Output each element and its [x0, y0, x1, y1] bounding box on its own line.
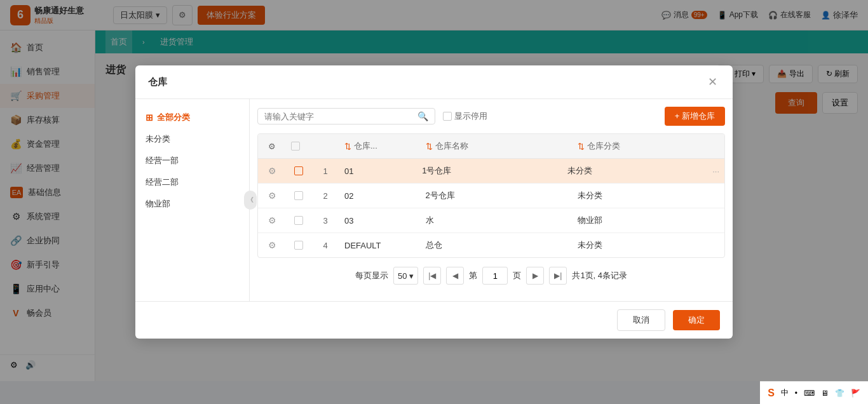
keyboard-icon[interactable]: ⌨ — [804, 389, 815, 398]
row-gear-icon[interactable]: ⚙ — [268, 166, 276, 176]
page-label: 第 — [469, 270, 477, 281]
per-page-select[interactable]: 50 ▾ — [393, 267, 418, 285]
row-checkbox-1[interactable] — [294, 166, 303, 175]
s-logo: S — [768, 387, 775, 399]
gear-header-icon: ⚙ — [268, 142, 276, 151]
bottom-toolbar: S 中 • ⌨ 🖥 👕 🚩 — [760, 381, 868, 404]
modal-footer: 取消 确定 — [135, 301, 733, 339]
confirm-button[interactable]: 确定 — [673, 310, 720, 330]
row-gear-icon-2[interactable]: ⚙ — [268, 191, 276, 201]
modal-overlay: 仓库 ✕ ⊞ 全部分类 未分类 经营一部 经营二部 物业部 《 — [0, 0, 868, 404]
th-number — [311, 140, 339, 152]
zh-label: 中 — [781, 387, 789, 398]
td-name-4: 总仓 — [421, 233, 573, 257]
td-check-3 — [286, 210, 311, 231]
sort-icon3: ⇅ — [578, 142, 585, 151]
table-row[interactable]: ⚙ 1 01 1号仓库 未分类 ··· — [258, 159, 724, 184]
add-warehouse-button[interactable]: + 新增仓库 — [665, 107, 725, 126]
warehouse-modal: 仓库 ✕ ⊞ 全部分类 未分类 经营一部 经营二部 物业部 《 — [135, 65, 733, 339]
category-item-ops2[interactable]: 经营二部 — [135, 172, 249, 193]
per-page-dropdown-icon: ▾ — [409, 271, 414, 281]
modal-header: 仓库 ✕ — [135, 65, 733, 99]
td-check-1 — [286, 160, 311, 182]
show-disabled-text: 显示停用 — [454, 111, 487, 122]
th-gear: ⚙ — [258, 135, 286, 158]
th-warehouse-category[interactable]: ⇅ 仓库分类 — [573, 134, 724, 158]
table-row[interactable]: ⚙ 4 DEFAULT 总仓 未分类 — [258, 233, 724, 257]
category-item-ops1[interactable]: 经营一部 — [135, 150, 249, 172]
row-checkbox-3[interactable] — [294, 216, 303, 225]
td-gear-4: ⚙ — [258, 234, 286, 257]
td-num-1: 1 — [311, 160, 339, 182]
td-num-3: 3 — [311, 210, 339, 232]
td-num-4: 4 — [311, 234, 339, 257]
page-unit: 页 — [513, 270, 521, 281]
modal-body: ⊞ 全部分类 未分类 经营一部 经营二部 物业部 《 🔍 — [135, 99, 733, 301]
per-page-value: 50 — [398, 271, 407, 281]
table-row[interactable]: ⚙ 3 03 水 物业部 — [258, 208, 724, 233]
cancel-button[interactable]: 取消 — [617, 309, 665, 331]
first-page-button[interactable]: |◀ — [423, 267, 441, 285]
modal-title: 仓库 — [148, 76, 167, 88]
sort-icon2: ⇅ — [426, 142, 433, 151]
pagination: 每页显示 50 ▾ |◀ ◀ 第 页 ▶ ▶| 共1页, 4条记录 — [257, 258, 725, 293]
category-item-uncategorized[interactable]: 未分类 — [135, 128, 249, 150]
header-checkbox[interactable] — [291, 142, 300, 151]
page-summary: 共1页, 4条记录 — [572, 270, 627, 281]
td-num-2: 2 — [311, 185, 339, 207]
td-name-2: 2号仓库 — [421, 184, 573, 208]
td-more-1: ··· — [707, 160, 724, 182]
monitor-icon[interactable]: 🖥 — [821, 389, 829, 398]
show-disabled-label[interactable]: 显示停用 — [443, 111, 487, 122]
table-header: ⚙ ⇅ 仓库... ⇅ 仓库名称 — [258, 134, 724, 159]
td-gear-2: ⚙ — [258, 184, 286, 207]
td-check-2 — [286, 185, 311, 206]
search-input[interactable] — [264, 112, 414, 121]
category-panel: ⊞ 全部分类 未分类 经营一部 经营二部 物业部 《 — [135, 99, 250, 301]
more-icon[interactable]: ··· — [712, 166, 719, 176]
td-category-3: 物业部 — [573, 208, 724, 232]
data-toolbar: 🔍 显示停用 + 新增仓库 — [257, 107, 725, 126]
td-id-4: DEFAULT — [339, 234, 421, 257]
show-disabled-checkbox[interactable] — [443, 112, 452, 121]
dot-icon: • — [795, 389, 797, 398]
th-warehouse-id[interactable]: ⇅ 仓库... — [339, 134, 421, 158]
per-page-label: 每页显示 — [355, 270, 388, 281]
row-checkbox-2[interactable] — [294, 191, 303, 200]
prev-page-button[interactable]: ◀ — [446, 267, 464, 285]
modal-close-button[interactable]: ✕ — [705, 74, 720, 90]
last-page-button[interactable]: ▶| — [549, 267, 567, 285]
td-name-1: 1号仓库 — [417, 159, 562, 183]
td-category-1: 未分类 — [562, 159, 707, 183]
all-category-label: 全部分类 — [157, 112, 190, 123]
sort-icon: ⇅ — [344, 142, 351, 151]
next-page-button[interactable]: ▶ — [526, 267, 544, 285]
td-id-3: 03 — [339, 210, 421, 232]
category-collapse-button[interactable]: 《 — [244, 191, 257, 210]
td-category-2: 未分类 — [573, 184, 724, 208]
table-row[interactable]: ⚙ 2 02 2号仓库 未分类 — [258, 184, 724, 208]
shirt-icon[interactable]: 👕 — [835, 389, 844, 398]
td-id-1: 01 — [339, 160, 417, 182]
category-item-property[interactable]: 物业部 — [135, 193, 249, 215]
td-check-4 — [286, 234, 311, 256]
row-gear-icon-3[interactable]: ⚙ — [268, 215, 276, 226]
td-gear-1: ⚙ — [258, 159, 286, 182]
data-panel: 🔍 显示停用 + 新增仓库 ⚙ — [250, 99, 733, 301]
th-warehouse-name[interactable]: ⇅ 仓库名称 — [421, 134, 573, 158]
page-number-input[interactable] — [482, 267, 508, 285]
search-box: 🔍 — [257, 108, 435, 125]
grid-icon: ⊞ — [146, 112, 153, 123]
all-category-item[interactable]: ⊞ 全部分类 — [135, 107, 249, 128]
td-gear-3: ⚙ — [258, 209, 286, 232]
td-name-3: 水 — [421, 208, 573, 232]
td-category-4: 未分类 — [573, 233, 724, 257]
td-id-2: 02 — [339, 185, 421, 207]
search-icon[interactable]: 🔍 — [417, 111, 428, 121]
row-gear-icon-4[interactable]: ⚙ — [268, 240, 276, 250]
row-checkbox-4[interactable] — [294, 241, 303, 250]
th-check — [286, 135, 311, 157]
flag-icon[interactable]: 🚩 — [851, 389, 860, 398]
warehouse-table: ⚙ ⇅ 仓库... ⇅ 仓库名称 — [257, 133, 725, 258]
